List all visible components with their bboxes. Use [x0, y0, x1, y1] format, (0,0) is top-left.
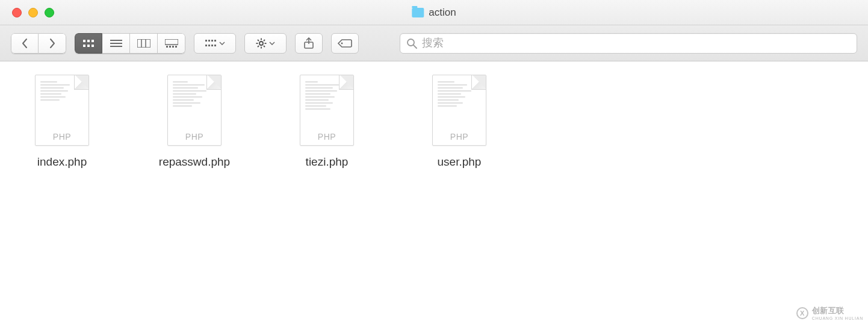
svg-rect-24	[214, 45, 216, 46]
file-item[interactable]: PHP repasswd.php	[149, 75, 240, 311]
tag-icon	[337, 38, 353, 49]
svg-rect-22	[208, 45, 210, 46]
svg-line-32	[258, 46, 259, 47]
svg-line-30	[258, 40, 259, 41]
svg-rect-17	[205, 40, 207, 42]
chevron-down-icon	[269, 42, 275, 45]
file-type-label: PHP	[300, 132, 353, 142]
watermark-brand: 创新互联	[812, 305, 863, 316]
php-file-icon: PHP	[432, 75, 486, 146]
file-name: tiezi.php	[306, 155, 349, 169]
file-grid: PHP index.php PHP repasswd.php PHP tiezi…	[0, 61, 868, 324]
window-title-text: action	[429, 7, 456, 19]
watermark-logo: X	[796, 307, 808, 319]
svg-rect-15	[172, 46, 174, 48]
window-title: action	[412, 7, 456, 19]
file-type-label: PHP	[36, 132, 88, 142]
php-file-icon: PHP	[35, 75, 89, 146]
file-item[interactable]: PHP tiezi.php	[282, 75, 372, 311]
svg-rect-18	[208, 40, 210, 42]
svg-rect-12	[165, 39, 178, 45]
php-file-icon: PHP	[300, 75, 354, 146]
view-mode-group	[75, 33, 185, 54]
svg-rect-19	[211, 40, 213, 42]
gear-icon	[256, 38, 267, 49]
search-field[interactable]	[400, 33, 857, 54]
svg-rect-13	[166, 46, 168, 48]
svg-rect-21	[205, 45, 207, 46]
svg-rect-16	[175, 46, 177, 48]
file-type-label: PHP	[168, 132, 221, 142]
nav-group	[11, 33, 66, 54]
svg-rect-6	[110, 40, 122, 41]
svg-rect-14	[169, 46, 171, 48]
svg-point-25	[259, 42, 263, 45]
search-icon	[406, 38, 417, 49]
share-icon	[303, 37, 314, 49]
action-menu-button[interactable]	[244, 33, 287, 54]
chevron-down-icon	[219, 42, 225, 45]
svg-rect-2	[91, 40, 94, 42]
svg-line-38	[414, 45, 417, 48]
gallery-view-button[interactable]	[158, 33, 185, 54]
svg-rect-0	[83, 40, 85, 42]
svg-rect-8	[110, 46, 122, 47]
svg-rect-5	[91, 45, 94, 47]
icon-view-button[interactable]	[75, 33, 102, 54]
svg-rect-4	[87, 45, 90, 47]
traffic-lights	[0, 8, 54, 17]
svg-rect-23	[211, 45, 213, 46]
list-view-button[interactable]	[102, 33, 130, 54]
folder-icon	[412, 8, 424, 17]
svg-rect-7	[110, 43, 122, 44]
svg-rect-9	[137, 39, 150, 48]
svg-point-36	[341, 42, 343, 44]
svg-rect-3	[83, 45, 85, 47]
share-button[interactable]	[295, 33, 323, 54]
file-item[interactable]: PHP user.php	[414, 75, 504, 311]
group-by-button[interactable]	[194, 33, 236, 54]
file-name: index.php	[37, 155, 87, 169]
file-item[interactable]: PHP index.php	[17, 75, 107, 311]
svg-point-37	[408, 39, 414, 46]
svg-rect-20	[214, 40, 216, 42]
tags-button[interactable]	[331, 33, 359, 54]
zoom-window-button[interactable]	[45, 8, 54, 17]
back-button[interactable]	[11, 33, 39, 54]
forward-button[interactable]	[39, 33, 66, 54]
close-window-button[interactable]	[12, 8, 22, 17]
watermark: X 创新互联 CHUANG XIN HULIAN	[796, 305, 863, 320]
php-file-icon: PHP	[167, 75, 222, 146]
titlebar: action	[0, 0, 868, 25]
svg-line-33	[264, 40, 265, 41]
minimize-window-button[interactable]	[28, 8, 38, 17]
column-view-button[interactable]	[130, 33, 158, 54]
svg-rect-1	[87, 40, 90, 42]
toolbar	[0, 25, 868, 61]
file-name: user.php	[438, 155, 482, 169]
file-type-label: PHP	[433, 132, 486, 142]
watermark-sub: CHUANG XIN HULIAN	[812, 316, 863, 320]
svg-line-31	[264, 46, 265, 47]
file-name: repasswd.php	[159, 155, 230, 169]
search-input[interactable]	[422, 37, 851, 49]
